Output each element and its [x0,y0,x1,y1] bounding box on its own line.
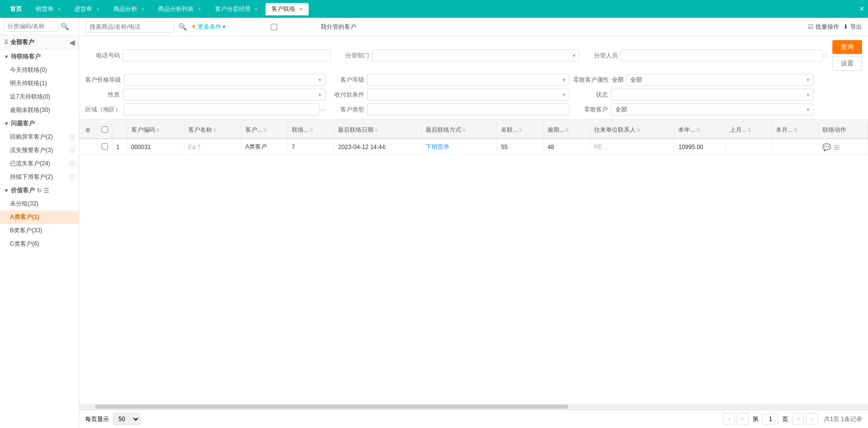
sort-overdue[interactable]: 逾期... ⇅ [547,126,569,134]
customer-type-input[interactable] [367,104,570,115]
value-refresh-icon[interactable]: ↻ [37,187,42,194]
sidebar-today-pending[interactable]: 今天待联络(0) [0,63,79,77]
retail-attr-select[interactable]: 全部 [626,74,814,86]
settings-button[interactable]: 设置 [832,56,862,71]
sort-contact[interactable]: 联络... ⇅ [292,126,314,134]
tab-home[interactable]: 首页 [4,3,28,15]
batch-op-button[interactable]: ☑ 批量操作 [808,23,839,31]
per-page-select[interactable]: 50 100 [113,413,140,425]
select-all-checkbox[interactable] [102,126,108,133]
status-select[interactable] [611,89,814,101]
info-icon-2[interactable]: ⓘ [69,160,75,167]
more-filters-button[interactable]: ▼ 更多条件 ▾ [191,23,225,31]
sidebar-value-group[interactable]: ▼ 价值客户 ↻ ☰ [0,184,79,197]
retail-customer-select[interactable]: 全部 [611,104,814,115]
sidebar-collapse-icon[interactable]: ◀ [69,39,75,47]
tab-sales[interactable]: 销货单 × [30,3,66,15]
query-button[interactable]: 查询 [832,40,862,54]
search-input[interactable] [85,21,174,33]
close-purchase-icon[interactable]: × [96,6,99,12]
first-page-button[interactable]: « [723,413,735,425]
sidebar-repurchase-abnormal[interactable]: 回购异常客户(2) ⓘ [0,130,79,144]
sort-name[interactable]: 客户名称 ⇅ [188,126,217,134]
sidebar-tomorrow-pending[interactable]: 明天待联络(1) [0,77,79,90]
person-dots-icon[interactable]: ··· [822,52,828,59]
th-last-contact-method[interactable]: 最后联络方式 ⇅ [422,122,497,139]
th-no-contact[interactable]: 未联... ⇅ [497,122,543,139]
nature-select[interactable] [123,89,326,101]
phone-input[interactable] [123,50,330,61]
region-dots-icon[interactable]: ··· [320,106,326,113]
my-customers-checkbox-area[interactable]: 我分管的客户 [229,23,356,31]
sort-last-month[interactable]: 上月... ⇅ [730,126,752,134]
th-last-month[interactable]: 上月... ⇅ [725,122,772,139]
th-unit-contact[interactable]: 往来单位联系人 ⇅ [590,122,674,139]
close-product-analysis-list-icon[interactable]: × [198,6,201,12]
sort-type[interactable]: 客户... ⇅ [245,126,267,134]
tab-product-analysis-list[interactable]: 商品分析列表 × [152,3,207,15]
sidebar-declining[interactable]: 持续下滑客户(2) ⓘ [0,170,79,184]
th-code[interactable]: 客户编码 ⇅ [127,122,184,139]
tab-customer-segment[interactable]: 客户分层经营 × [209,3,264,15]
my-customers-checkbox[interactable] [229,24,319,30]
sidebar-unclassified[interactable]: 未分组(32) [0,197,79,211]
sidebar-search-icon[interactable]: 🔍 [60,22,69,30]
window-close-icon[interactable]: × [860,4,864,13]
info-icon-1[interactable]: ⓘ [69,147,75,154]
sidebar-churn-warning[interactable]: 流失预警客户(3) ⓘ [0,144,79,157]
th-gear[interactable]: ⚙ [79,122,97,139]
th-last-contact-date[interactable]: 最后联络日期 ⇅ [334,122,422,139]
sidebar-overdue-pending[interactable]: 逾期未联络(30) [0,104,79,117]
sort-code[interactable]: 客户编码 ⇅ [131,126,160,134]
close-customer-segment-icon[interactable]: × [255,6,258,12]
payment-select[interactable] [367,89,570,101]
customer-level-select[interactable] [367,74,570,86]
sidebar-class-a[interactable]: A类客户(1) [0,211,79,224]
sort-this-month[interactable]: 本月... ⇅ [776,126,798,134]
th-overdue[interactable]: 逾期... ⇅ [543,122,590,139]
gear-icon[interactable]: ⚙ [85,127,91,134]
value-add-icon[interactable]: ☰ [44,187,49,194]
sort-this-year[interactable]: 本年... ⇅ [678,126,700,134]
sidebar-class-c[interactable]: C类客户(6) [0,237,79,251]
close-customer-contact-icon[interactable]: × [299,6,302,12]
sidebar-all-customers[interactable]: ⠿ 全部客户 ◀ [0,35,79,50]
th-type[interactable]: 客户... ⇅ [241,122,287,139]
horizontal-scrollbar[interactable] [79,404,868,410]
filter-search-icon[interactable]: 🔍 [178,23,187,31]
th-this-year[interactable]: 本年... ⇅ [674,122,725,139]
th-name[interactable]: 客户名称 ⇅ [184,122,241,139]
sidebar-search-input[interactable] [4,21,58,32]
page-input[interactable] [762,414,778,425]
export-button[interactable]: ⬇ 导出 [843,23,862,31]
sort-no-contact[interactable]: 未联... ⇅ [501,126,523,134]
sort-last-method[interactable]: 最后联络方式 ⇅ [426,126,466,134]
scrollbar-thumb[interactable] [95,405,568,409]
info-icon-0[interactable]: ⓘ [69,133,75,141]
close-product-analysis-icon[interactable]: × [141,6,144,12]
last-contact-method-link[interactable]: 下销货单 [426,143,449,150]
person-input[interactable] [621,50,822,61]
tab-purchase[interactable]: 进货单 × [68,3,105,15]
row-checkbox[interactable] [102,143,108,150]
sort-unit-contact[interactable]: 往来单位联系人 ⇅ [594,126,641,134]
last-page-button[interactable]: » [806,413,818,425]
region-input[interactable] [124,104,320,115]
close-sales-icon[interactable]: × [57,6,60,12]
sort-last-date[interactable]: 最后联络日期 ⇅ [338,126,379,134]
sidebar-class-b[interactable]: B类客户(33) [0,224,79,237]
th-this-month[interactable]: 本月... ⇅ [772,122,818,139]
th-contact[interactable]: 联络... ⇅ [287,122,334,139]
chat-icon[interactable]: 💬 [822,143,831,151]
sidebar-churned[interactable]: 已流失客户(24) ⓘ [0,157,79,170]
tab-customer-contact[interactable]: 客户联络 × [266,3,308,15]
grid-icon[interactable]: ⊞ [834,143,840,151]
info-icon-3[interactable]: ⓘ [69,173,75,181]
sidebar-problem-group[interactable]: ▼ 问题客户 [0,117,79,130]
tab-product-analysis[interactable]: 商品分析 × [108,3,150,15]
next-page-button[interactable]: > [792,413,804,425]
prev-page-button[interactable]: < [737,413,749,425]
sidebar-pending-group[interactable]: ▼ 待联络客户 [0,50,79,63]
price-level-select[interactable] [124,74,326,86]
sidebar-7days-pending[interactable]: 近7天待联络(0) [0,90,79,104]
